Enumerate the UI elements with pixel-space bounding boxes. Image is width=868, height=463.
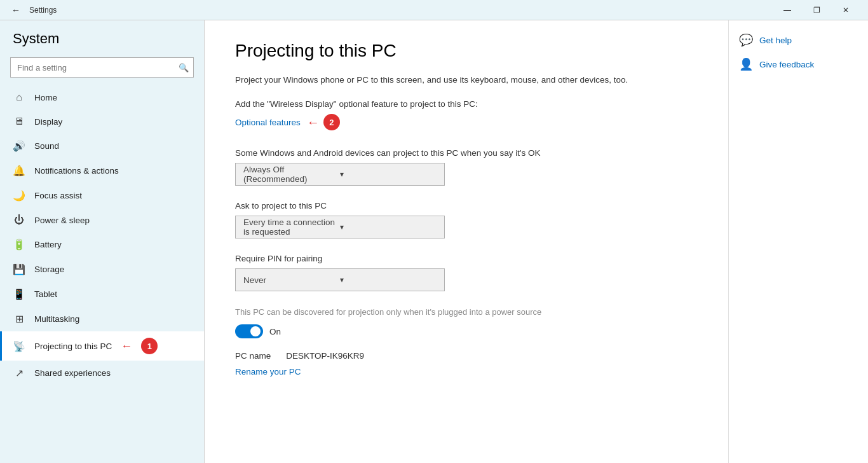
chevron-down-icon: ▾	[340, 170, 437, 179]
display-icon: 🖥	[13, 116, 25, 127]
sidebar-item-label: Battery	[34, 240, 62, 249]
search-icon: 🔍	[179, 63, 189, 73]
pc-name-value: DESKTOP-IK96KR9	[286, 351, 364, 361]
projecting-icon: 📡	[13, 340, 25, 352]
get-help-link[interactable]: Get help	[759, 36, 792, 45]
sidebar-item-label: Storage	[34, 265, 64, 274]
require-pin-label: Require PIN for pairing	[235, 254, 698, 263]
sidebar-item-label: Home	[34, 93, 57, 102]
always-off-value: Always Off (Recommended)	[243, 165, 340, 184]
focus-icon: 🌙	[13, 190, 25, 202]
sidebar-header: System	[0, 20, 204, 52]
power-icon: ⏻	[13, 214, 25, 226]
chevron-down-icon-2: ▾	[340, 223, 437, 232]
back-button[interactable]: ←	[8, 4, 24, 17]
pc-name-row: PC name DESKTOP-IK96KR9	[235, 351, 698, 361]
sidebar-item-label: Projecting to this PC	[34, 342, 112, 351]
get-help-item[interactable]: 💬 Get help	[739, 33, 858, 47]
titlebar-title: Settings	[29, 6, 57, 15]
shared-icon: ↗	[13, 367, 25, 379]
sidebar-item-projecting[interactable]: 📡 Projecting to this PC ← 1	[0, 331, 204, 361]
arrow-left-icon: ←	[121, 340, 132, 353]
sound-icon: 🔊	[13, 140, 25, 152]
sidebar-item-label: Notifications & actions	[34, 166, 119, 176]
tablet-icon: 📱	[13, 288, 25, 300]
pin-never-value: Never	[243, 275, 340, 285]
page-title: Projecting to this PC	[235, 41, 698, 61]
sidebar-item-shared[interactable]: ↗ Shared experiences	[0, 361, 204, 385]
ask-project-label: Ask to project to this PC	[235, 201, 698, 211]
close-button[interactable]: ✕	[831, 0, 860, 20]
pin-never-dropdown[interactable]: Never ▾	[235, 268, 445, 291]
help-icon: 💬	[739, 33, 753, 47]
battery-icon: 🔋	[13, 238, 25, 251]
power-source-note: This PC can be discovered for projection…	[235, 307, 698, 318]
sidebar-item-label: Power & sleep	[34, 216, 90, 225]
toggle-row: On	[235, 324, 698, 338]
optional-features-link[interactable]: Optional features	[235, 118, 301, 127]
maximize-button[interactable]: ❐	[802, 0, 831, 20]
some-devices-label: Some Windows and Android devices can pro…	[235, 148, 698, 158]
sidebar-item-label: Focus assist	[34, 191, 82, 200]
sidebar-item-label: Tablet	[34, 289, 57, 299]
sidebar: System 🔍 ⌂ Home 🖥 Display 🔊 Sound 🔔 Noti…	[0, 20, 205, 463]
sidebar-item-multitasking[interactable]: ⊞ Multitasking	[0, 307, 204, 331]
chevron-down-icon-3: ▾	[340, 275, 437, 284]
add-feature-text: Add the "Wireless Display" optional feat…	[235, 99, 698, 109]
sidebar-item-focus[interactable]: 🌙 Focus assist	[0, 183, 204, 208]
home-icon: ⌂	[13, 92, 25, 103]
optional-features-row: Optional features ← 2	[235, 114, 340, 130]
give-feedback-item[interactable]: 👤 Give feedback	[739, 57, 858, 71]
storage-icon: 💾	[13, 263, 25, 275]
give-feedback-link[interactable]: Give feedback	[759, 60, 814, 69]
multitasking-icon: ⊞	[13, 313, 25, 325]
connection-requested-dropdown[interactable]: Every time a connection is requested ▾	[235, 216, 445, 238]
minimize-button[interactable]: —	[773, 0, 802, 20]
sidebar-item-label: Sound	[34, 141, 59, 151]
sidebar-item-home[interactable]: ⌂ Home	[0, 85, 204, 109]
sidebar-item-label: Shared experiences	[34, 368, 111, 378]
rename-pc-link[interactable]: Rename your PC	[235, 367, 301, 377]
sidebar-item-storage[interactable]: 💾 Storage	[0, 257, 204, 282]
sidebar-item-label: Display	[34, 117, 62, 127]
power-source-toggle[interactable]	[235, 324, 263, 338]
pc-name-label: PC name	[235, 351, 271, 361]
always-off-dropdown[interactable]: Always Off (Recommended) ▾	[235, 163, 445, 186]
sidebar-search[interactable]: 🔍	[10, 57, 194, 78]
page-description: Project your Windows phone or PC to this…	[235, 74, 698, 86]
step-badge-1: 1	[141, 338, 158, 354]
sidebar-item-label: Multitasking	[34, 314, 79, 324]
arrow-right-icon: ←	[307, 115, 320, 130]
sidebar-item-notifications[interactable]: 🔔 Notifications & actions	[0, 158, 204, 183]
sidebar-item-power[interactable]: ⏻ Power & sleep	[0, 208, 204, 232]
step-badge-2: 2	[323, 114, 340, 130]
toggle-knob	[250, 326, 261, 336]
search-input[interactable]	[10, 57, 194, 78]
optional-features-annotation: ← 2	[307, 114, 340, 130]
sidebar-item-tablet[interactable]: 📱 Tablet	[0, 282, 204, 307]
notifications-icon: 🔔	[13, 165, 25, 177]
main-content: Projecting to this PC Project your Windo…	[205, 20, 728, 463]
sidebar-item-sound[interactable]: 🔊 Sound	[0, 134, 204, 158]
connection-requested-value: Every time a connection is requested	[243, 218, 340, 237]
titlebar: ← Settings — ❐ ✕	[0, 0, 868, 20]
window-controls: — ❐ ✕	[773, 0, 860, 20]
toggle-label: On	[269, 327, 281, 336]
app-body: System 🔍 ⌂ Home 🖥 Display 🔊 Sound 🔔 Noti…	[0, 20, 868, 463]
help-panel: 💬 Get help 👤 Give feedback	[728, 20, 868, 463]
sidebar-item-display[interactable]: 🖥 Display	[0, 109, 204, 134]
feedback-icon: 👤	[739, 57, 753, 71]
sidebar-item-battery[interactable]: 🔋 Battery	[0, 232, 204, 257]
